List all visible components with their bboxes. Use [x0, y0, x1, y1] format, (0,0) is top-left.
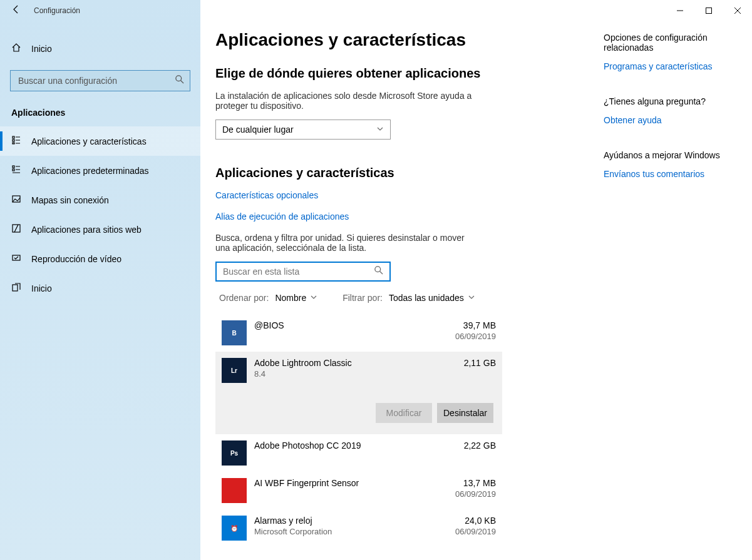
home-label: Inicio	[31, 44, 52, 54]
sort-selector[interactable]: Ordenar por: Nombre	[219, 293, 317, 303]
get-help-link[interactable]: Obtener ayuda	[604, 115, 737, 125]
app-info: @BIOS39,7 MB06/09/2019	[254, 320, 496, 345]
nav-label: Aplicaciones predeterminadas	[31, 166, 149, 176]
app-buttons: ModificarDesinstalar	[222, 403, 496, 428]
minimize-button[interactable]	[666, 1, 694, 21]
app-info: Adobe Photoshop CC 20192,22 GB	[254, 440, 496, 466]
app-icon: B	[222, 320, 247, 345]
sort-filter-row: Ordenar por: Nombre Filtrar por: Todas l…	[215, 293, 579, 303]
sort-label: Ordenar por:	[219, 293, 269, 303]
programs-features-link[interactable]: Programas y características	[604, 61, 737, 71]
svg-rect-10	[706, 8, 712, 14]
section2-text: Busca, ordena y filtra por unidad. Si qu…	[215, 233, 478, 253]
app-info: AI WBF Fingerprint Sensor13,7 MB06/09/20…	[254, 478, 496, 503]
search-icon	[175, 75, 184, 86]
app-item[interactable]: B@BIOS39,7 MB06/09/2019	[215, 314, 502, 352]
svg-point-0	[176, 76, 182, 81]
app-date: 06/09/2019	[455, 489, 496, 499]
app-name: AI WBF Fingerprint Sensor	[254, 478, 359, 488]
search-wrap	[10, 70, 190, 91]
app-item[interactable]: ⏰Alarmas y reloj24,0 KBMicrosoft Corpora…	[215, 509, 502, 547]
app-date: 06/09/2019	[455, 332, 496, 341]
app-item[interactable]: PsAdobe Photoshop CC 20192,22 GB	[215, 434, 502, 472]
svg-rect-8	[13, 255, 20, 260]
app-info: Alarmas y reloj24,0 KBMicrosoft Corporat…	[254, 516, 496, 541]
section2-heading: Aplicaciones y características	[215, 166, 579, 180]
chevron-down-icon	[310, 293, 317, 303]
search-icon	[374, 266, 383, 277]
app-list: B@BIOS39,7 MB06/09/2019LrAdobe Lightroom…	[215, 314, 502, 547]
list-search[interactable]	[215, 262, 391, 282]
modify-button: Modificar	[376, 403, 432, 423]
app-name: Alarmas y reloj	[254, 516, 312, 526]
close-button[interactable]	[723, 1, 752, 21]
filter-label: Filtrar por:	[343, 293, 383, 303]
nav-icon	[11, 165, 21, 176]
app-publisher: Microsoft Corporation	[254, 527, 332, 536]
exec-aliases-link[interactable]: Alias de ejecución de aplicaciones	[215, 211, 579, 221]
sidebar: Configuración Inicio Aplicaciones Aplica…	[0, 0, 200, 560]
app-icon	[222, 478, 247, 503]
nav-icon	[11, 223, 21, 235]
app-item[interactable]: AI WBF Fingerprint Sensor13,7 MB06/09/20…	[215, 472, 502, 509]
app-name: Adobe Photoshop CC 2019	[254, 440, 361, 451]
section1-heading: Elige de dónde quieres obtener aplicacio…	[215, 66, 579, 81]
app-icon: Lr	[222, 358, 247, 383]
filter-selector[interactable]: Filtrar por: Todas las unidades	[343, 293, 475, 303]
svg-rect-3	[13, 143, 14, 144]
back-icon[interactable]	[11, 4, 21, 17]
app-size: 24,0 KB	[465, 516, 496, 526]
chevron-down-icon	[468, 293, 475, 303]
nav-item[interactable]: Inicio	[0, 273, 200, 303]
list-search-input[interactable]	[223, 267, 374, 277]
app-name: @BIOS	[254, 320, 284, 330]
nav-item[interactable]: Aplicaciones y características	[0, 126, 200, 156]
nav-item[interactable]: Aplicaciones predeterminadas	[0, 156, 200, 185]
feedback-link[interactable]: Envíanos tus comentarios	[604, 169, 737, 179]
optional-features-link[interactable]: Características opcionales	[215, 190, 579, 200]
svg-rect-2	[13, 140, 14, 141]
content-main: Aplicaciones y características Elige de …	[215, 30, 579, 560]
side-panel: Opciones de configuración relacionadas P…	[604, 30, 737, 560]
app-publisher: 8.4	[254, 369, 265, 379]
app-name: Adobe Lightroom Classic	[254, 358, 352, 368]
nav-label: Reproducción de vídeo	[31, 254, 121, 264]
nav-item[interactable]: Aplicaciones para sitios web	[0, 215, 200, 244]
titlebar-left: Configuración	[0, 0, 200, 21]
nav-label: Inicio	[31, 283, 52, 293]
question-heading: ¿Tienes alguna pregunta?	[604, 96, 737, 106]
dropdown-value: De cualquier lugar	[222, 125, 294, 135]
content-area: Aplicaciones y características Elige de …	[200, 21, 752, 560]
uninstall-button[interactable]: Desinstalar	[437, 403, 493, 423]
related-heading: Opciones de configuración relacionadas	[604, 33, 737, 53]
window-title: Configuración	[34, 6, 80, 15]
app-size: 2,11 GB	[464, 358, 496, 368]
source-dropdown[interactable]: De cualquier lugar	[215, 120, 391, 140]
app-icon: Ps	[222, 440, 247, 466]
search-input[interactable]	[10, 70, 190, 91]
nav-list: Aplicaciones y característicasAplicacion…	[0, 126, 200, 303]
nav-icon	[11, 253, 21, 265]
app-size: 2,22 GB	[464, 440, 496, 451]
app-size: 39,7 MB	[463, 320, 496, 330]
nav-label: Mapas sin conexión	[31, 195, 109, 205]
app-item[interactable]: LrAdobe Lightroom Classic2,11 GB8.4Modif…	[215, 352, 502, 434]
titlebar-right	[200, 0, 752, 21]
nav-item[interactable]: Mapas sin conexión	[0, 185, 200, 215]
page-title: Aplicaciones y características	[215, 30, 579, 50]
sort-value: Nombre	[275, 293, 306, 303]
nav-item[interactable]: Reproducción de vídeo	[0, 244, 200, 273]
svg-rect-9	[13, 285, 18, 291]
maximize-button[interactable]	[694, 1, 723, 21]
svg-point-11	[375, 267, 381, 272]
nav-icon	[11, 135, 21, 147]
section1-text: La instalación de aplicaciones solo desd…	[215, 91, 478, 111]
main: Aplicaciones y características Elige de …	[200, 0, 752, 560]
nav-label: Aplicaciones para sitios web	[31, 225, 142, 235]
svg-rect-1	[13, 136, 14, 138]
nav-label: Aplicaciones y características	[31, 136, 147, 146]
nav-icon	[11, 194, 21, 206]
home-nav[interactable]: Inicio	[0, 35, 200, 63]
svg-rect-4	[13, 166, 14, 168]
chevron-down-icon	[376, 125, 384, 135]
